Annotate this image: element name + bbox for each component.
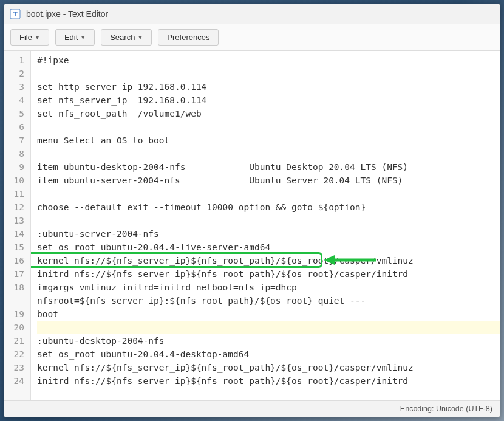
- editor-area[interactable]: 123456789101112131415161718192021222324 …: [4, 50, 500, 400]
- line-number: 16: [8, 254, 24, 267]
- toolbar: File ▼ Edit ▼ Search ▼ Preferences: [4, 24, 500, 50]
- search-menu-button[interactable]: Search ▼: [101, 29, 152, 46]
- chevron-down-icon: ▼: [80, 35, 86, 41]
- line-number: 17: [8, 267, 24, 281]
- line-number: 3: [8, 80, 24, 94]
- code-line[interactable]: [37, 147, 500, 160]
- code-line[interactable]: initrd nfs://${nfs_server_ip}${nfs_root_…: [37, 374, 500, 388]
- line-number: 21: [8, 334, 24, 347]
- line-number: 7: [8, 134, 24, 147]
- line-number: 2: [8, 67, 24, 80]
- line-number: 8: [8, 147, 24, 160]
- current-line-highlight: [37, 321, 500, 334]
- line-number: 20: [8, 321, 24, 334]
- line-number: 13: [8, 214, 24, 227]
- code-line[interactable]: [37, 120, 500, 134]
- line-number: 6: [8, 120, 24, 134]
- code-line[interactable]: kernel nfs://${nfs_server_ip}${nfs_root_…: [37, 254, 500, 267]
- line-number: 24: [8, 374, 24, 388]
- code-content[interactable]: #!ipxeset http_server_ip 192.168.0.114se…: [31, 51, 500, 400]
- code-line[interactable]: set nfs_root_path /volume1/web: [37, 107, 500, 120]
- code-line[interactable]: item ubuntu-desktop-2004-nfs Ubuntu Desk…: [37, 160, 500, 174]
- svg-text:T: T: [13, 10, 18, 18]
- code-line[interactable]: item ubuntu-server-2004-nfs Ubuntu Serve…: [37, 174, 500, 187]
- app-icon: T: [9, 8, 21, 20]
- code-line[interactable]: initrd nfs://${nfs_server_ip}${nfs_root_…: [37, 267, 500, 281]
- code-line[interactable]: #!ipxe: [37, 53, 500, 67]
- code-line[interactable]: :ubuntu-desktop-2004-nfs: [37, 334, 500, 347]
- window-title: boot.ipxe - Text Editor: [26, 9, 108, 19]
- code-line[interactable]: [37, 214, 500, 227]
- code-line[interactable]: imgargs vmlinuz initrd=initrd netboot=nf…: [37, 281, 500, 294]
- edit-menu-label: Edit: [64, 33, 78, 42]
- line-number: 23: [8, 361, 24, 374]
- line-number: 19: [8, 307, 24, 321]
- line-number: 22: [8, 347, 24, 361]
- code-line[interactable]: nfsroot=${nfs_server_ip}:${nfs_root_path…: [37, 294, 500, 307]
- line-number: [8, 294, 24, 307]
- code-line[interactable]: menu Select an OS to boot: [37, 134, 500, 147]
- chevron-down-icon: ▼: [35, 35, 40, 41]
- line-number-gutter: 123456789101112131415161718192021222324: [4, 51, 31, 400]
- file-menu-button[interactable]: File ▼: [10, 29, 49, 46]
- preferences-button[interactable]: Preferences: [158, 29, 219, 46]
- line-number: 14: [8, 227, 24, 241]
- file-menu-label: File: [19, 33, 32, 42]
- code-line[interactable]: [37, 67, 500, 80]
- code-line[interactable]: kernel nfs://${nfs_server_ip}${nfs_root_…: [37, 361, 500, 374]
- line-number: 12: [8, 200, 24, 214]
- edit-menu-button[interactable]: Edit ▼: [55, 29, 95, 46]
- code-line[interactable]: :ubuntu-server-2004-nfs: [37, 227, 500, 241]
- line-number: 1: [8, 53, 24, 67]
- preferences-label: Preferences: [167, 33, 209, 42]
- code-line[interactable]: boot: [37, 307, 500, 321]
- chevron-down-icon: ▼: [137, 35, 143, 41]
- line-number: 5: [8, 107, 24, 120]
- code-line[interactable]: set os_root ubuntu-20.04.4-desktop-amd64: [37, 347, 500, 361]
- code-line[interactable]: choose --default exit --timeout 10000 op…: [37, 200, 500, 214]
- search-menu-label: Search: [110, 33, 135, 42]
- line-number: 9: [8, 160, 24, 174]
- code-line[interactable]: set os_root ubuntu-20.04.4-live-server-a…: [37, 241, 500, 254]
- statusbar: Encoding: Unicode (UTF-8): [4, 400, 500, 417]
- line-number: 15: [8, 241, 24, 254]
- code-line[interactable]: [37, 321, 500, 334]
- line-number: 18: [8, 281, 24, 294]
- line-number: 11: [8, 187, 24, 200]
- line-number: 10: [8, 174, 24, 187]
- code-line[interactable]: [37, 187, 500, 200]
- encoding-label: Encoding: Unicode (UTF-8): [400, 405, 492, 413]
- editor-window: T boot.ipxe - Text Editor File ▼ Edit ▼ …: [4, 4, 500, 417]
- titlebar[interactable]: T boot.ipxe - Text Editor: [4, 4, 500, 24]
- code-line[interactable]: set nfs_server_ip 192.168.0.114: [37, 94, 500, 107]
- code-line[interactable]: set http_server_ip 192.168.0.114: [37, 80, 500, 94]
- line-number: 4: [8, 94, 24, 107]
